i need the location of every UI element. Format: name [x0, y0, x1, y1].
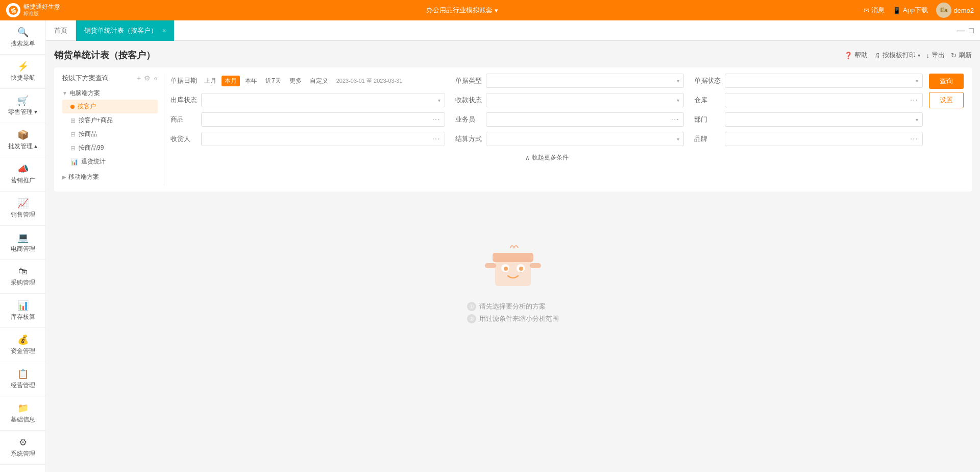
tab-bar-actions: — □ [957, 26, 980, 35]
doc-status-select[interactable] [725, 74, 923, 88]
sidebar-item-finance[interactable]: 💰 资金管理 [0, 328, 45, 362]
scheme-settings-btn[interactable]: ⚙ [144, 74, 151, 82]
refresh-btn[interactable]: ↻ 刷新 [951, 51, 972, 60]
sidebar-item-sales[interactable]: 📈 销售管理 [0, 192, 45, 226]
scheme-item-by-product-99[interactable]: ⊟ 按商品99 [62, 141, 158, 155]
department-select[interactable] [725, 112, 923, 127]
date-tabs: 上月 本月 本年 近7天 更多 自定义 [201, 76, 331, 86]
sidebar-item-system[interactable]: ⚙ 系统管理 [0, 431, 45, 465]
empty-state: ① 请先选择要分析的方案 ② 用过滤条件来缩小分析范围 [54, 192, 972, 367]
scheme-collapse-btn[interactable]: « [154, 74, 158, 82]
receipt-status-select[interactable] [486, 93, 684, 107]
message-btn[interactable]: ✉ 消息 [864, 6, 885, 15]
export-label: 导出 [932, 51, 945, 60]
brand-select[interactable]: ··· [725, 132, 923, 146]
consignee-dots-icon: ··· [432, 134, 440, 144]
tab-close-icon[interactable]: × [162, 27, 166, 34]
minimize-btn[interactable]: — [957, 26, 965, 35]
scheme-item-return-stats[interactable]: 📊 退货统计 [62, 155, 158, 169]
filter-field-warehouse: 仓库 ··· [694, 93, 923, 107]
sidebar-item-inventory[interactable]: 📊 库存核算 [0, 294, 45, 328]
collapse-btn[interactable]: ∧ 收起更多条件 [519, 151, 575, 164]
export-btn[interactable]: ↓ 导出 [926, 51, 945, 60]
sidebar-item-retail[interactable]: 🛒 零售管理 ▾ [0, 89, 45, 123]
receipt-status-label: 收款状态 [455, 96, 486, 105]
scheme-add-btn[interactable]: + [137, 74, 141, 82]
payment-arrow-icon [677, 136, 679, 142]
sidebar-item-label: 采购管理 [2, 278, 43, 287]
app-download-icon: 📱 [893, 7, 901, 14]
filter-field-department: 部门 [694, 112, 923, 127]
user-area[interactable]: Ea demo2 [936, 3, 974, 18]
sidebar-item-marketing[interactable]: 📣 营销推广 [0, 157, 45, 192]
warehouse-select[interactable]: ··· [725, 93, 923, 107]
scheme-group-header-desktop[interactable]: ▼ 电脑端方案 [62, 87, 158, 100]
search-menu-icon: 🔍 [2, 27, 43, 38]
scheme-panel: 按以下方案查询 + ⚙ « ▼ [62, 74, 164, 185]
query-btn[interactable]: 查询 [929, 74, 964, 89]
top-bar-left: 畅 畅捷通好生意 标准版 [6, 3, 60, 17]
date-tab-this-year[interactable]: 本年 [242, 76, 260, 86]
sidebar-item-search-menu[interactable]: 🔍 搜索菜单 [0, 20, 45, 55]
sidebar-item-basic[interactable]: 📁 基础信息 [0, 396, 45, 431]
tab-home[interactable]: 首页 [46, 20, 76, 41]
sidebar-item-label: 电商管理 [2, 245, 43, 253]
sidebar-item-cooperation[interactable]: 🤝 企业协同 [0, 465, 45, 472]
salesperson-select[interactable]: ··· [486, 112, 684, 127]
payment-select[interactable] [486, 132, 684, 146]
sidebar-item-ecommerce[interactable]: 💻 电商管理 [0, 226, 45, 260]
product-dots-icon: ··· [432, 115, 440, 124]
svg-text:畅: 畅 [11, 8, 16, 13]
warehouse-label: 仓库 [694, 96, 725, 105]
date-label: 单据日期 [170, 76, 201, 85]
marketing-icon: 📣 [2, 163, 43, 175]
scheme-group-header-mobile[interactable]: ▶ 移动端方案 [62, 171, 158, 183]
consignee-select[interactable]: ··· [201, 132, 445, 146]
doc-type-select[interactable] [486, 74, 684, 88]
product-select[interactable]: ··· [201, 112, 445, 127]
scheme-item-by-customer-product[interactable]: ⊞ 按客户+商品 [62, 113, 158, 127]
desktop-group-arrow: ▼ [62, 90, 67, 96]
svg-point-6 [504, 267, 508, 271]
content-area: 首页 销货单统计表（按客户） × — □ 销货单统计表（按客户） [46, 20, 980, 472]
date-tab-more[interactable]: 更多 [286, 76, 305, 86]
finance-icon: 💰 [2, 334, 43, 345]
doc-type-arrow-icon [677, 78, 679, 84]
avatar: Ea [936, 3, 951, 18]
filter-field-receipt-status: 收款状态 [455, 93, 684, 107]
date-tab-last-month[interactable]: 上月 [201, 76, 219, 86]
out-status-select[interactable] [201, 93, 445, 107]
print-btn[interactable]: 🖨 按模板打印 ▾ [874, 51, 920, 60]
scheme-item-by-customer[interactable]: 按客户 [62, 100, 158, 113]
sidebar-item-purchase[interactable]: 🛍 采购管理 [0, 260, 45, 294]
filter-field-out-status: 出库状态 [170, 93, 445, 107]
app-download-btn[interactable]: 📱 App下载 [893, 6, 928, 15]
filter-panel: 按以下方案查询 + ⚙ « ▼ [54, 67, 972, 192]
doc-type-label: 单据类型 [455, 76, 486, 85]
sidebar-item-label: 批发管理 ▴ [2, 142, 43, 151]
product-label: 商品 [170, 115, 201, 124]
sidebar-item-label: 系统管理 [2, 450, 43, 458]
scheme-header: 按以下方案查询 + ⚙ « [62, 74, 158, 83]
retail-icon: 🛒 [2, 95, 43, 106]
sidebar-item-operations[interactable]: 📋 经营管理 [0, 362, 45, 396]
maximize-btn[interactable]: □ [969, 26, 974, 35]
sidebar-item-label: 搜索菜单 [2, 39, 43, 48]
print-arrow-icon: ▾ [918, 53, 920, 58]
message-label: 消息 [871, 6, 885, 15]
sidebar-item-quick-nav[interactable]: ⚡ 快捷导航 [0, 55, 45, 89]
help-btn[interactable]: ❓ 帮助 [844, 51, 868, 60]
tab-active-sales-stats[interactable]: 销货单统计表（按客户） × [76, 20, 174, 41]
top-bar-center[interactable]: 办公用品行业模拟账套 ▾ [426, 6, 498, 15]
scheme-item-by-product[interactable]: ⊟ 按商品 [62, 127, 158, 141]
filter-row-1: 单据日期 上月 本月 本年 近7天 更多 [170, 74, 923, 88]
date-tab-this-month[interactable]: 本月 [222, 76, 240, 86]
refresh-label: 刷新 [959, 51, 972, 60]
sales-icon: 📈 [2, 198, 43, 209]
sidebar-item-label: 零售管理 ▾ [2, 108, 43, 116]
date-tab-custom[interactable]: 自定义 [307, 76, 331, 86]
settings-btn[interactable]: 设置 [929, 92, 964, 108]
sidebar-item-wholesale[interactable]: 📦 批发管理 ▴ [0, 123, 45, 157]
tab-bar: 首页 销货单统计表（按客户） × — □ [46, 20, 980, 41]
date-tab-last-7[interactable]: 近7天 [262, 76, 284, 86]
